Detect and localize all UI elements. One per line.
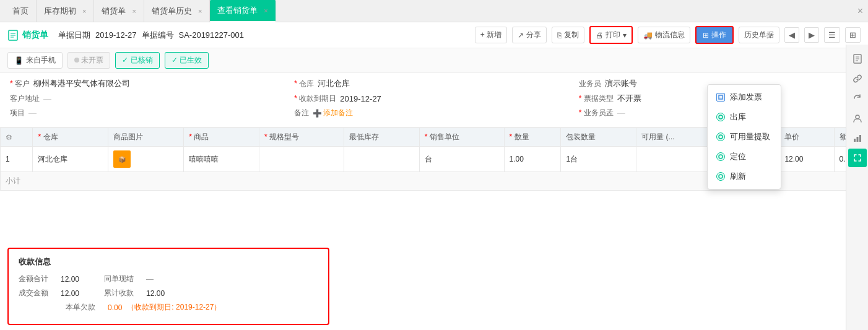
active-label: 已生效 <box>180 56 202 64</box>
copy-button[interactable]: ⎘ 复制 <box>552 27 584 43</box>
new-label: + 新增 <box>480 30 501 40</box>
svg-point-7 <box>719 155 723 158</box>
from-phone-label: 来自手机 <box>26 55 56 66</box>
doc-meta: 单据日期 2019-12-27 单据编号 SA-20191227-001 <box>58 30 244 41</box>
address-value: — <box>43 94 51 103</box>
sales-order-icon <box>7 30 19 41</box>
sales-staff-label: * 业务员孟 <box>579 108 614 118</box>
operate-button[interactable]: ⊞ 操作 <box>695 26 734 44</box>
owed-note: （收款到期日: 2019-12-27） <box>127 302 221 313</box>
tab-home[interactable]: 首页 <box>5 0 37 22</box>
doc-header: 销货单 单据日期 2019-12-27 单据编号 SA-20191227-001… <box>0 22 868 48</box>
tab-view-sales-close[interactable]: × <box>264 7 267 14</box>
tab-view-sales[interactable]: 查看销货单 × <box>210 0 276 22</box>
info-row-2: 成交金额 12.00 累计收款 12.00 <box>19 288 318 298</box>
doc-type-label: 销货单 <box>22 30 48 41</box>
link-icon <box>852 73 863 84</box>
svg-rect-14 <box>854 139 856 142</box>
verified-button[interactable]: ✓ 已核销 <box>115 52 159 69</box>
unopen-button[interactable]: 未开票 <box>67 52 110 69</box>
locate-icon <box>716 152 725 161</box>
payment-date-label: * 收款到期日 <box>294 93 336 104</box>
sidebar-expand-icon[interactable] <box>848 149 867 167</box>
sidebar-doc-icon[interactable] <box>848 50 867 68</box>
sidebar-user-icon[interactable] <box>848 109 867 128</box>
tab-sales-order-close[interactable]: × <box>132 7 136 15</box>
from-phone-button[interactable]: 📱 来自手机 <box>7 52 63 69</box>
copy-icon: ⎘ <box>557 31 562 40</box>
owed-item: 本单欠款 0.00 （收款到期日: 2019-12-27） <box>66 302 221 313</box>
bottom-info: 收款信息 金额合计 12.00 同单现结 — 成交金额 12.00 累计收款 1… <box>7 248 329 325</box>
owed-label: 本单欠款 <box>66 302 103 313</box>
next-button[interactable]: ▶ <box>804 27 819 43</box>
add-remark-button[interactable]: ➕ 添加备注 <box>313 108 353 118</box>
col-price: 单价 <box>779 128 834 147</box>
sidebar-link-icon[interactable] <box>848 69 867 88</box>
new-button[interactable]: + 新增 <box>475 27 507 43</box>
tab-inventory-init[interactable]: 库存期初 × <box>37 0 94 22</box>
chart-icon <box>852 132 863 144</box>
expand-icon <box>852 152 863 163</box>
customer-label: * 客户 <box>10 79 30 89</box>
col-warehouse: * 仓库 <box>33 128 108 147</box>
tab-sales-order-label: 销货单 <box>102 6 126 17</box>
dropdown-available-extract[interactable]: 可用量提取 <box>708 127 781 147</box>
logistics-button[interactable]: 🚚 物流信息 <box>638 27 690 43</box>
row-spec <box>259 147 344 172</box>
row-min-stock <box>344 147 419 172</box>
user-icon <box>852 113 863 124</box>
total-amount-label: 金额合计 <box>19 274 56 284</box>
dropdown-add-invoice[interactable]: 添加发票 <box>708 87 781 107</box>
grid-view-button[interactable]: ⊞ <box>845 27 861 43</box>
col-pack-qty: 包装数量 <box>561 128 636 147</box>
dropdown-locate[interactable]: 定位 <box>708 147 781 167</box>
tab-sales-history[interactable]: 销货单历史 × <box>144 0 210 22</box>
address-field: 客户地址 — <box>10 93 289 104</box>
tab-sales-order[interactable]: 销货单 × <box>94 0 144 22</box>
tab-inventory-init-close[interactable]: × <box>82 7 86 15</box>
product-image: 📦 <box>113 150 131 168</box>
col-spec: * 规格型号 <box>259 128 344 147</box>
col-available: 可用量 (... <box>636 128 718 147</box>
address-label: 客户地址 <box>10 93 40 104</box>
owed-value: 0.00 <box>108 303 122 312</box>
prev-button[interactable]: ◀ <box>784 27 799 43</box>
ticket-type-label: * 票据类型 <box>579 93 614 104</box>
active-button[interactable]: ✓ 已生效 <box>165 52 209 69</box>
row-no: 1 <box>1 147 33 172</box>
doc-title: 销货单 <box>7 30 48 41</box>
tab-sales-history-close[interactable]: × <box>198 7 202 15</box>
col-settings[interactable]: ⚙ <box>1 128 33 147</box>
history-label: 历史单据 <box>744 30 774 40</box>
dropdown-outbound[interactable]: 出库 <box>708 107 781 127</box>
add-remark-label: 添加备注 <box>323 108 353 118</box>
phone-icon: 📱 <box>14 56 24 65</box>
total-amount-item: 金额合计 12.00 <box>19 274 79 284</box>
row-product: 嘻嘻嘻嘻 <box>184 147 259 172</box>
transaction-item: 成交金额 12.00 <box>19 288 79 298</box>
list-view-button[interactable]: ☰ <box>824 27 840 43</box>
svg-rect-16 <box>859 135 861 142</box>
settings-icon[interactable]: ⚙ <box>6 133 12 142</box>
warehouse-label: * 仓库 <box>294 79 314 89</box>
print-button[interactable]: 🖨 打印 ▾ <box>589 26 633 44</box>
tab-bar-close-btn[interactable]: × <box>857 6 863 17</box>
transaction-value: 12.00 <box>61 289 79 298</box>
right-sidebar <box>846 45 868 330</box>
sidebar-rotate-icon[interactable] <box>848 89 867 108</box>
history-button[interactable]: 历史单据 <box>739 27 779 43</box>
col-product: * 商品 <box>184 128 259 147</box>
dropdown-menu: 添加发票 出库 可用量提取 定位 刷新 <box>707 84 781 189</box>
col-image: 商品图片 <box>108 128 184 147</box>
print-icon: 🖨 <box>596 31 603 40</box>
payment-date-field: * 收款到期日 2019-12-27 <box>294 93 573 104</box>
dropdown-refresh[interactable]: 刷新 <box>708 167 781 186</box>
ticket-type-value: 不开票 <box>617 93 641 104</box>
sidebar-chart-icon[interactable] <box>848 129 867 147</box>
unopen-label: 未开票 <box>81 56 103 64</box>
svg-rect-15 <box>856 137 858 142</box>
outbound-label: 出库 <box>730 111 746 123</box>
col-qty: * 数量 <box>504 128 561 147</box>
share-button[interactable]: ↗ 分享 <box>512 27 547 43</box>
available-label: 可用量提取 <box>730 131 770 142</box>
